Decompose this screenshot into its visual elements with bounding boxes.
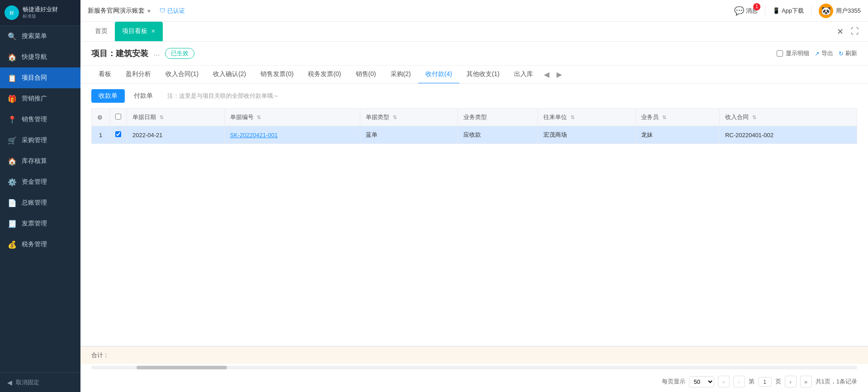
user-menu[interactable]: 🐼 用户3355: [819, 4, 861, 18]
tab-kanban[interactable]: 项目看板 ✕: [115, 22, 163, 41]
show-detail-checkbox[interactable]: 显示明细: [777, 49, 809, 57]
project-status-badge: 已生效: [165, 48, 194, 59]
invoice-icon: 🧾: [7, 219, 17, 229]
sidebar-item-tax[interactable]: 💰 税务管理: [0, 234, 80, 255]
tab-home-label: 首页: [95, 27, 108, 35]
project-actions: 显示明细 ↗ 导出 ↻ 刷新: [777, 49, 857, 57]
select-all-checkbox[interactable]: [115, 114, 121, 120]
funds-icon: ⚙️: [7, 177, 17, 187]
chevron-down-icon: ▾: [147, 7, 151, 14]
app-logo: 财: [5, 5, 19, 20]
sidebar-item-quicknav[interactable]: 🏠 快捷导航: [0, 47, 80, 67]
sidebar-header: 财 畅捷通好业财 标准版: [0, 0, 80, 26]
td-income-contract: RC-20220401-002: [719, 126, 857, 144]
page-label: 第: [749, 378, 755, 386]
scrollbar-container[interactable]: [80, 364, 868, 371]
row-checkbox[interactable]: [115, 131, 121, 137]
sidebar-item-purchase[interactable]: 🛒 采购管理: [0, 130, 80, 151]
th-salesperson[interactable]: 业务员 ⇅: [636, 109, 720, 126]
search-icon: 🔍: [7, 31, 17, 41]
sidebar-item-funds[interactable]: ⚙️ 资金管理: [0, 172, 80, 192]
sidebar-item-label: 采购管理: [22, 136, 47, 144]
scrollbar-thumb[interactable]: [137, 366, 227, 369]
unpin-icon: ◀: [7, 379, 12, 386]
td-checkbox[interactable]: [110, 126, 127, 144]
sub-tab-receipt[interactable]: 收款单: [91, 89, 125, 103]
settings-icon[interactable]: ⚙: [97, 114, 103, 121]
sidebar-item-sales[interactable]: 📍 销售管理: [0, 109, 80, 130]
per-page-select[interactable]: 50 20 100: [689, 376, 714, 387]
table-row[interactable]: 1 2022-04-21 SK-20220421-001 蓝单 应收款 宏茂商场…: [92, 126, 857, 144]
sidebar-item-ledger[interactable]: 📄 总账管理: [0, 192, 80, 213]
td-date: 2022-04-21: [127, 126, 225, 144]
sort-icon: ⇅: [160, 115, 164, 120]
th-partner[interactable]: 往来单位 ⇅: [538, 109, 636, 126]
th-settings[interactable]: ⚙: [92, 109, 110, 126]
main-content: 新服务官网演示账套 ▾ 🛡 已认证 💬 消息 1 📱 App下载 🐼 用户335…: [80, 0, 868, 392]
td-biz-type: 应收款: [458, 126, 538, 144]
last-page-button[interactable]: »: [800, 376, 812, 387]
nav-tab-purchase[interactable]: 采购(2): [383, 66, 418, 84]
tab-home[interactable]: 首页: [88, 22, 115, 41]
sidebar-unpin[interactable]: ◀ 取消固定: [0, 373, 80, 392]
th-checkbox[interactable]: [110, 109, 127, 126]
td-number[interactable]: SK-20220421-001: [224, 126, 360, 144]
topbar-right: 💬 消息 1 📱 App下载 🐼 用户3355: [734, 4, 861, 18]
table-container: ⚙ 单据日期 ⇅ 单据编号 ⇅: [80, 103, 868, 346]
sidebar-item-invoice[interactable]: 🧾 发票管理: [0, 213, 80, 234]
sidebar-scroll: 🔍 搜索菜单 🏠 快捷导航 📋 项目合同 🎁 营销推广 📍 销售管理 🛒 采购管…: [0, 26, 80, 373]
sort-icon6: ⇅: [752, 115, 756, 120]
shield-icon: 🛡: [160, 7, 165, 14]
td-partner: 宏茂商场: [538, 126, 636, 144]
export-button[interactable]: ↗ 导出: [815, 49, 833, 57]
sidebar-item-label: 销售管理: [22, 115, 47, 124]
nav-prev-arrow[interactable]: ◀: [540, 66, 553, 83]
sidebar-item-label: 资金管理: [22, 178, 47, 186]
nav-tabs: 看板 盈利分析 收入合同(1) 收入确认(2) 销售发票(0) 税务发票(0) …: [80, 66, 868, 84]
sidebar-item-marketing[interactable]: 🎁 营销推广: [0, 88, 80, 109]
sub-tab-note: 注：这里是与项目关联的全部收付款单哦～: [167, 92, 279, 100]
sort-icon4: ⇅: [571, 115, 575, 120]
svg-text:财: 财: [9, 10, 14, 15]
nav-tab-kanban[interactable]: 看板: [91, 66, 118, 84]
show-detail-input[interactable]: [777, 50, 783, 57]
maximize-window-button[interactable]: ⛶: [849, 25, 861, 38]
avatar: 🐼: [819, 4, 833, 18]
nav-tab-other-expense[interactable]: 其他收支(1): [459, 66, 507, 84]
sidebar-item-contract[interactable]: 📋 项目合同: [0, 67, 80, 88]
sidebar-item-inventory[interactable]: 🏠 库存核算: [0, 151, 80, 172]
th-number[interactable]: 单据编号 ⇅: [224, 109, 360, 126]
first-page-button[interactable]: «: [718, 376, 730, 387]
marketing-icon: 🎁: [7, 94, 17, 104]
refresh-button[interactable]: ↻ 刷新: [839, 49, 857, 57]
sub-tabs: 收款单 付款单 注：这里是与项目关联的全部收付款单哦～: [80, 84, 868, 103]
cert-label: 已认证: [167, 7, 185, 15]
nav-tab-receipts[interactable]: 收付款(4): [418, 66, 459, 84]
sub-tab-payment[interactable]: 付款单: [127, 89, 160, 103]
th-type[interactable]: 单据类型 ⇅: [360, 109, 458, 126]
nav-tab-sales[interactable]: 销售(0): [349, 66, 383, 84]
project-more-button[interactable]: ...: [154, 49, 160, 57]
contract-icon: 📋: [7, 73, 17, 83]
nav-tab-sales-invoice[interactable]: 销售发票(0): [253, 66, 301, 84]
nav-next-arrow[interactable]: ▶: [553, 66, 566, 83]
message-button[interactable]: 💬 消息 1: [734, 6, 758, 16]
tab-close-icon[interactable]: ✕: [151, 28, 156, 34]
home-icon: 🏠: [7, 52, 17, 62]
close-window-button[interactable]: ✕: [835, 25, 845, 38]
topbar-cert: 🛡 已认证: [160, 7, 185, 15]
sidebar-item-search[interactable]: 🔍 搜索菜单: [0, 26, 80, 47]
nav-tab-inout[interactable]: 出入库: [507, 66, 540, 84]
next-page-button[interactable]: ›: [785, 376, 797, 387]
th-date[interactable]: 单据日期 ⇅: [127, 109, 225, 126]
nav-tab-tax-invoice[interactable]: 税务发票(0): [301, 66, 348, 84]
nav-tab-income-confirm[interactable]: 收入确认(2): [206, 66, 253, 84]
app-download-button[interactable]: 📱 App下载: [773, 7, 804, 15]
prev-page-button[interactable]: ‹: [733, 376, 745, 387]
record-link[interactable]: SK-20220421-001: [230, 132, 278, 139]
th-income-contract[interactable]: 收入合同 ⇅: [719, 109, 857, 126]
nav-tab-profit[interactable]: 盈利分析: [118, 66, 158, 84]
nav-tab-income-contract[interactable]: 收入合同(1): [158, 66, 206, 84]
topbar-project[interactable]: 新服务官网演示账套 ▾: [88, 7, 151, 15]
project-title-label: 项目：: [91, 48, 116, 59]
